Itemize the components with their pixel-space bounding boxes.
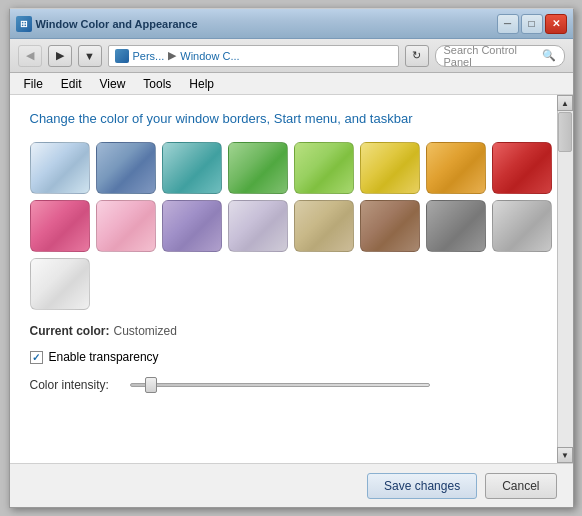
breadcrumb-icon: [115, 49, 129, 63]
intensity-label: Color intensity:: [30, 378, 120, 392]
close-button[interactable]: ✕: [545, 14, 567, 34]
intensity-slider-thumb[interactable]: [145, 377, 157, 393]
transparency-checkbox[interactable]: ✓: [30, 351, 43, 364]
swatch-blue[interactable]: [96, 142, 156, 194]
menu-help[interactable]: Help: [181, 75, 222, 93]
cancel-button[interactable]: Cancel: [485, 473, 556, 499]
current-color-value: Customized: [114, 324, 177, 338]
swatch-green[interactable]: [228, 142, 288, 194]
swatch-teal[interactable]: [162, 142, 222, 194]
swatch-tan[interactable]: [294, 200, 354, 252]
swatch-brown[interactable]: [360, 200, 420, 252]
scroll-down-button[interactable]: ▼: [557, 447, 573, 463]
breadcrumb[interactable]: Pers... ▶ Window C...: [108, 45, 399, 67]
window-icon: ⊞: [16, 16, 32, 32]
minimize-button[interactable]: ─: [497, 14, 519, 34]
main-panel: Change the color of your window borders,…: [10, 95, 557, 463]
search-placeholder: Search Control Panel: [444, 44, 538, 68]
menu-tools[interactable]: Tools: [135, 75, 179, 93]
swatch-orange[interactable]: [426, 142, 486, 194]
color-grid: [30, 142, 537, 310]
checkbox-check-icon: ✓: [32, 352, 40, 363]
swatch-lime[interactable]: [294, 142, 354, 194]
scrollbar: ▲ ▼: [557, 95, 573, 463]
current-color-row: Current color: Customized: [30, 324, 537, 338]
menu-view[interactable]: View: [92, 75, 134, 93]
scroll-up-button[interactable]: ▲: [557, 95, 573, 111]
swatch-pink[interactable]: [30, 200, 90, 252]
refresh-button[interactable]: ↻: [405, 45, 429, 67]
swatch-yellow[interactable]: [360, 142, 420, 194]
page-title: Change the color of your window borders,…: [30, 111, 537, 126]
swatch-purple[interactable]: [162, 200, 222, 252]
forward-button[interactable]: ▶: [48, 45, 72, 67]
swatch-lightpink[interactable]: [96, 200, 156, 252]
address-bar: ◀ ▶ ▼ Pers... ▶ Window C... ↻ Search Con…: [10, 39, 573, 73]
window-title: Window Color and Appearance: [36, 18, 198, 30]
title-bar: ⊞ Window Color and Appearance ─ □ ✕: [10, 9, 573, 39]
menu-bar: File Edit View Tools Help: [10, 73, 573, 95]
title-bar-controls: ─ □ ✕: [497, 14, 567, 34]
swatch-white[interactable]: [30, 258, 90, 310]
swatch-red[interactable]: [492, 142, 552, 194]
menu-file[interactable]: File: [16, 75, 51, 93]
main-window: ⊞ Window Color and Appearance ─ □ ✕ ◀ ▶ …: [9, 8, 574, 508]
save-changes-button[interactable]: Save changes: [367, 473, 477, 499]
footer: Save changes Cancel: [10, 463, 573, 507]
content-area: Change the color of your window borders,…: [10, 95, 573, 463]
breadcrumb-part2: Window C...: [180, 50, 239, 62]
transparency-row: ✓ Enable transparency: [30, 350, 537, 364]
back-button[interactable]: ◀: [18, 45, 42, 67]
search-bar[interactable]: Search Control Panel 🔍: [435, 45, 565, 67]
menu-edit[interactable]: Edit: [53, 75, 90, 93]
breadcrumb-separator: ▶: [168, 49, 176, 62]
current-color-label: Current color:: [30, 324, 110, 338]
swatch-darkgray[interactable]: [426, 200, 486, 252]
swatch-lavender[interactable]: [228, 200, 288, 252]
intensity-row: Color intensity:: [30, 378, 537, 392]
intensity-slider-track[interactable]: [130, 383, 430, 387]
swatch-gray[interactable]: [492, 200, 552, 252]
search-icon: 🔍: [542, 49, 556, 62]
transparency-label: Enable transparency: [49, 350, 159, 364]
maximize-button[interactable]: □: [521, 14, 543, 34]
scroll-track[interactable]: [558, 111, 573, 447]
dropdown-button[interactable]: ▼: [78, 45, 102, 67]
title-bar-left: ⊞ Window Color and Appearance: [16, 16, 198, 32]
breadcrumb-part1: Pers...: [133, 50, 165, 62]
swatch-sky[interactable]: [30, 142, 90, 194]
scroll-thumb[interactable]: [558, 112, 572, 152]
